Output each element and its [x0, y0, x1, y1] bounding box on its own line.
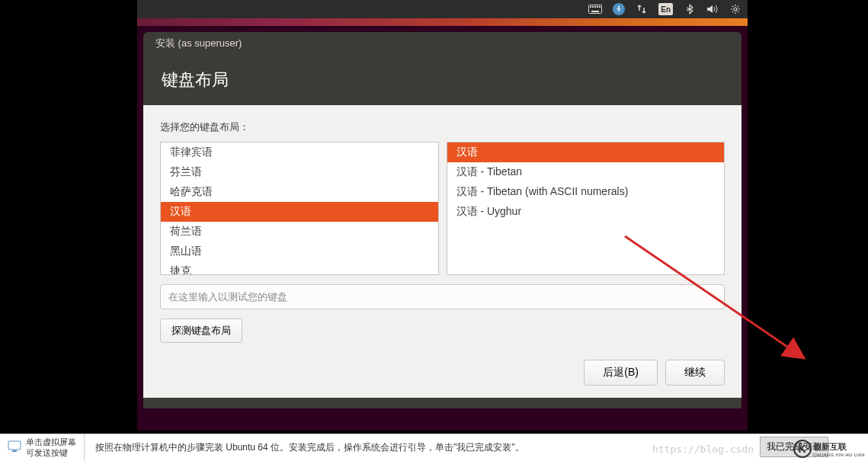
layout-prompt: 选择您的键盘布局：: [160, 120, 725, 134]
back-button[interactable]: 后退(B): [584, 360, 658, 386]
vm-viewport: En 安装 (as superuser) 键盘布局 选择您的键盘布局： 菲律宾语…: [137, 0, 748, 431]
watermark: https://blog.csdn: [652, 443, 754, 455]
list-item[interactable]: 汉语: [447, 142, 725, 162]
continue-button[interactable]: 继续: [665, 360, 725, 386]
list-item[interactable]: 捷克: [161, 261, 438, 275]
brand-en: CHUANG XIN HU LIAN: [813, 453, 865, 457]
list-item[interactable]: 哈萨克语: [161, 182, 438, 202]
svg-rect-11: [12, 450, 17, 452]
lists-row: 菲律宾语芬兰语哈萨克语汉语荷兰语黑山语捷克 汉语汉语 - Tibetan汉语 -…: [160, 142, 725, 275]
keyboard-icon[interactable]: [588, 3, 602, 15]
svg-rect-10: [8, 441, 21, 450]
input-method-badge[interactable]: En: [658, 3, 673, 15]
language-listbox[interactable]: 菲律宾语芬兰语哈萨克语汉语荷兰语黑山语捷克: [160, 142, 439, 275]
content-panel: 选择您的键盘布局： 菲律宾语芬兰语哈萨克语汉语荷兰语黑山语捷克 汉语汉语 - T…: [143, 105, 741, 398]
page-heading: 键盘布局: [143, 55, 741, 105]
list-item[interactable]: 汉语 - Tibetan: [447, 162, 725, 182]
bluetooth-icon[interactable]: [684, 3, 696, 15]
brand-cn: 创新互联: [813, 441, 865, 453]
window-footer: [143, 398, 741, 408]
keyboard-test-input[interactable]: [160, 284, 725, 309]
volume-icon[interactable]: [706, 3, 719, 15]
list-item[interactable]: 菲律宾语: [161, 142, 438, 162]
monitor-icon: [8, 440, 21, 455]
svg-rect-6: [591, 11, 599, 12]
click-hint: 单击虚拟屏幕 可发送按键: [0, 434, 85, 461]
svg-rect-5: [599, 6, 601, 8]
accessibility-icon[interactable]: [613, 3, 625, 15]
window-title: 安装 (as superuser): [155, 37, 242, 49]
detect-layout-button[interactable]: 探测键盘布局: [160, 319, 242, 343]
network-icon[interactable]: [636, 3, 648, 15]
svg-rect-4: [597, 6, 598, 8]
list-item[interactable]: 芬兰语: [161, 162, 438, 182]
svg-point-7: [618, 6, 620, 8]
list-item[interactable]: 汉语: [161, 202, 438, 222]
nav-row: 后退(B) 继续: [160, 360, 725, 386]
svg-rect-3: [594, 6, 596, 8]
top-menubar: En: [137, 0, 748, 18]
brand-gradient: [137, 18, 748, 26]
hint-line2: 可发送按键: [26, 448, 76, 458]
logo-mark: K: [793, 440, 812, 458]
window-titlebar: 安装 (as superuser): [143, 32, 741, 55]
gear-icon[interactable]: [729, 3, 741, 15]
brand-logo: K 创新互联 CHUANG XIN HU LIAN: [793, 440, 865, 458]
list-item[interactable]: 汉语 - Tibetan (with ASCII numerals): [447, 182, 725, 202]
list-item[interactable]: 荷兰语: [161, 222, 438, 242]
list-item[interactable]: 汉语 - Uyghur: [447, 202, 725, 222]
svg-point-8: [734, 8, 737, 11]
outer-backdrop: En 安装 (as superuser) 键盘布局 选择您的键盘布局： 菲律宾语…: [0, 0, 868, 434]
variant-listbox[interactable]: 汉语汉语 - Tibetan汉语 - Tibetan (with ASCII n…: [447, 142, 725, 275]
svg-rect-2: [592, 6, 594, 8]
hint-line1: 单击虚拟屏幕: [26, 437, 76, 447]
svg-rect-1: [590, 6, 591, 8]
list-item[interactable]: 黑山语: [161, 242, 438, 261]
